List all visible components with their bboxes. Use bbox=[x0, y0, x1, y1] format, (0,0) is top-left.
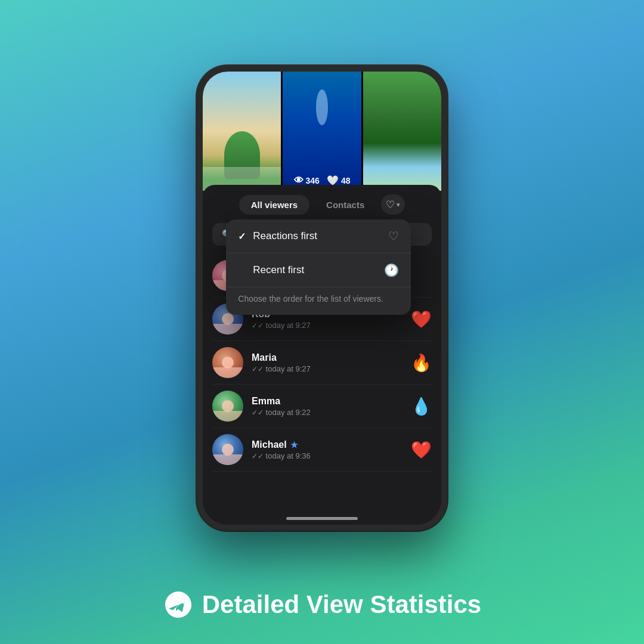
eye-icon: 👁 bbox=[294, 175, 304, 186]
home-indicator bbox=[286, 517, 358, 520]
reaction-rob: ❤️ bbox=[411, 309, 432, 329]
reaction-maria: 🔥 bbox=[411, 353, 432, 373]
checkmark-icon: ✓ bbox=[238, 231, 246, 242]
footer-title-text: Detailed View Statistics bbox=[202, 590, 481, 619]
phone-wrapper: 👁 346 🤍 48 All viewers Contacts ♡ bbox=[197, 66, 447, 531]
viewers-panel: All viewers Contacts ♡ ▾ ✓ Reactions fir… bbox=[203, 185, 441, 525]
footer-title: Detailed View Statistics bbox=[163, 589, 481, 620]
bottom-section: Detailed View Statistics bbox=[0, 589, 644, 620]
viewer-name-michael: Michael ★ bbox=[252, 439, 402, 450]
heart-option-icon: ♡ bbox=[388, 229, 399, 243]
double-check-rob: ✓✓ bbox=[252, 321, 264, 330]
recent-first-label: Recent first bbox=[253, 264, 377, 276]
reaction-emma: 💧 bbox=[411, 397, 432, 416]
heart-icon: ♡ bbox=[386, 199, 395, 211]
views-stat: 👁 346 bbox=[294, 175, 320, 186]
viewer-name-maria: Maria bbox=[252, 352, 402, 363]
star-icon-michael: ★ bbox=[290, 440, 298, 450]
views-count: 346 bbox=[306, 176, 320, 185]
viewer-name-emma: Emma bbox=[252, 396, 402, 407]
likes-count: 48 bbox=[341, 176, 351, 185]
tabs-row: All viewers Contacts ♡ ▾ ✓ Reactions fir… bbox=[212, 194, 432, 215]
viewer-time-emma: ✓✓ today at 9:22 bbox=[252, 408, 402, 417]
telegram-icon bbox=[163, 589, 194, 620]
viewer-time-maria: ✓✓ today at 9:27 bbox=[252, 364, 402, 373]
viewer-time-michael: ✓✓ today at 9:36 bbox=[252, 451, 402, 460]
double-check-maria: ✓✓ bbox=[252, 365, 264, 373]
double-check-emma: ✓✓ bbox=[252, 408, 264, 417]
image-strip: 👁 346 🤍 48 bbox=[203, 72, 441, 191]
viewer-item-michael[interactable]: Michael ★ ✓✓ today at 9:36 ❤️ bbox=[212, 428, 432, 472]
reactions-first-option[interactable]: ✓ Reactions first ♡ bbox=[226, 219, 411, 253]
viewer-info-michael: Michael ★ ✓✓ today at 9:36 bbox=[252, 439, 402, 460]
tab-contacts[interactable]: Contacts bbox=[314, 195, 376, 215]
viewer-info-emma: Emma ✓✓ today at 9:22 bbox=[252, 396, 402, 417]
image-island bbox=[363, 72, 441, 191]
avatar-maria bbox=[212, 347, 243, 378]
dropdown-description: Choose the order for the list of viewers… bbox=[226, 287, 411, 315]
clock-icon: 🕐 bbox=[384, 263, 399, 277]
phone: 👁 346 🤍 48 All viewers Contacts ♡ bbox=[197, 66, 447, 531]
image-beach bbox=[203, 72, 281, 191]
recent-first-option[interactable]: ✓ Recent first 🕐 bbox=[226, 253, 411, 287]
sort-dropdown: ✓ Reactions first ♡ ✓ Recent first 🕐 Cho… bbox=[226, 219, 411, 315]
chevron-down-icon: ▾ bbox=[397, 201, 400, 209]
viewer-item-emma[interactable]: Emma ✓✓ today at 9:22 💧 bbox=[212, 385, 432, 428]
sort-button[interactable]: ♡ ▾ ✓ Reactions first ♡ ✓ Recent first 🕐 bbox=[381, 194, 405, 215]
tab-all-viewers[interactable]: All viewers bbox=[239, 195, 309, 215]
reaction-michael: ❤️ bbox=[411, 440, 432, 460]
double-check-michael: ✓✓ bbox=[252, 452, 264, 460]
avatar-michael bbox=[212, 434, 243, 465]
reactions-first-label: Reactions first bbox=[253, 230, 381, 242]
viewer-item-maria[interactable]: Maria ✓✓ today at 9:27 🔥 bbox=[212, 341, 432, 385]
image-ocean: 👁 346 🤍 48 bbox=[283, 72, 361, 191]
avatar-emma bbox=[212, 391, 243, 422]
viewer-info-maria: Maria ✓✓ today at 9:27 bbox=[252, 352, 402, 373]
viewer-time-rob: ✓✓ today at 9:27 bbox=[252, 321, 402, 330]
